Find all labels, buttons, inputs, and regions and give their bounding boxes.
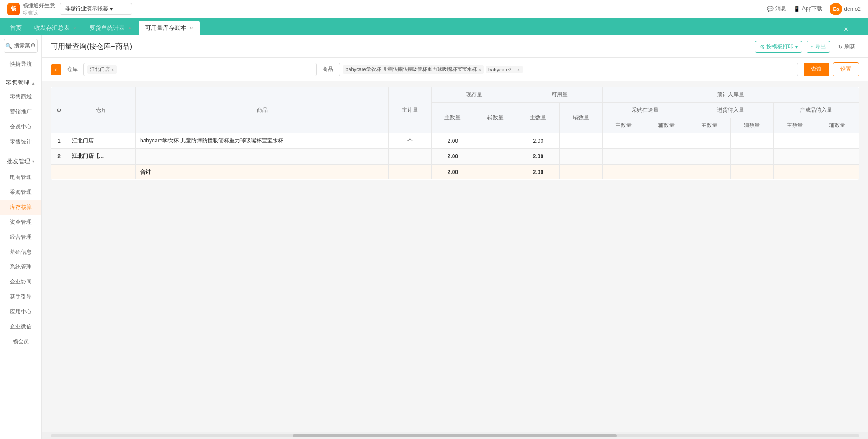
avatar-text: Ea <box>833 6 839 12</box>
tab-order-stat[interactable]: 要货单统计表 × <box>83 21 138 35</box>
close-all-tabs-button[interactable]: × <box>842 24 850 35</box>
warehouse-filter-input[interactable]: 江北门店 × ... <box>83 63 317 76</box>
tenant-selector[interactable]: 母婴行业演示账套 ▾ <box>60 3 132 15</box>
nav-tabs-right: × ⛶ <box>842 24 864 35</box>
sidebar-item-app-center[interactable]: 应用中心 <box>0 304 41 319</box>
row1-available-main: 2.00 <box>517 133 560 149</box>
footer-available-main: 2.00 <box>517 164 560 180</box>
topbar-right: 💬 消息 📱 App下载 Ea demo2 <box>767 3 861 15</box>
sidebar-item-retail-mall[interactable]: 零售商城 <box>0 90 41 104</box>
tab-home[interactable]: 首页 <box>4 21 28 35</box>
logo-icon: 畅 <box>7 3 20 15</box>
sidebar-item-members-label: 会员中心 <box>10 123 32 130</box>
th-settings[interactable]: ⚙ <box>51 87 67 133</box>
th-available-main: 主数量 <box>517 103 560 133</box>
sidebar-item-inventory[interactable]: 库存核算 <box>0 200 41 215</box>
th-procurement-in-transit: 采购在途量 <box>602 103 688 118</box>
product-tag-2-remove[interactable]: × <box>517 67 520 72</box>
search-menu-button[interactable]: 🔍 搜索菜单 <box>4 39 38 53</box>
sidebar-item-enterprise[interactable]: 企业协同 <box>0 274 41 289</box>
sidebar-item-procurement[interactable]: 采购管理 <box>0 185 41 200</box>
tab-receive-pay-close[interactable]: × <box>72 24 77 32</box>
sidebar: 🔍 搜索菜单 快捷导航 零售管理 ▲ 零售商城 营销推广 会员中心 零售统计 <box>0 35 42 439</box>
sidebar-item-newbie[interactable]: 新手引导 <box>0 289 41 304</box>
sidebar-group-retail-title[interactable]: 零售管理 ▲ <box>0 76 41 90</box>
row2-unit <box>389 149 432 165</box>
sidebar-item-enterprise-wechat[interactable]: 企业微信 <box>0 319 41 334</box>
th-unit: 主计量 <box>389 87 432 133</box>
horizontal-scrollbar[interactable] <box>42 432 868 439</box>
th-product: 商品 <box>135 87 388 133</box>
search-menu-label: 搜索菜单 <box>14 42 36 50</box>
tab-receive-pay[interactable]: 收发存汇总表 × <box>28 21 83 35</box>
footer-current-aux <box>474 164 517 180</box>
sidebar-item-retail-stats[interactable]: 零售统计 <box>0 134 41 149</box>
row1-procurement-aux <box>645 133 688 149</box>
sidebar-item-members[interactable]: 会员中心 <box>0 119 41 134</box>
th-current-main: 主数量 <box>431 103 474 133</box>
table-footer: 合计 2.00 2.00 <box>51 164 859 180</box>
user-profile[interactable]: Ea demo2 <box>830 3 861 15</box>
sidebar-item-procurement-label: 采购管理 <box>10 189 32 195</box>
page-title: 可用量查询(按仓库+商品) <box>51 42 132 52</box>
footer-settings <box>51 164 67 180</box>
sidebar-item-finance[interactable]: 资金管理 <box>0 215 41 230</box>
print-label: 按模板打印 <box>766 43 793 51</box>
tenant-dropdown-icon: ▾ <box>110 6 113 12</box>
sidebar-item-enterprise-wechat-label: 企业微信 <box>10 323 32 330</box>
settings-button-label: 设置 <box>840 66 851 72</box>
product-tag-1-remove[interactable]: × <box>478 67 481 72</box>
tab-available-inventory[interactable]: 可用量库存账本 × <box>139 21 200 35</box>
query-button[interactable]: 查询 <box>804 63 829 76</box>
sidebar-item-ecommerce-label: 电商管理 <box>10 174 32 180</box>
table-row: 2 江北门店【... 2.00 2.00 <box>51 149 859 165</box>
wholesale-label: 批发管理 <box>7 157 30 165</box>
sidebar-item-shortcut[interactable]: 快捷导航 <box>0 57 41 72</box>
tab-home-label: 首页 <box>10 24 22 32</box>
tab-available-inventory-close[interactable]: × <box>189 24 193 32</box>
search-icon: 🔍 <box>5 43 12 49</box>
export-button[interactable]: ↑ 导出 <box>807 41 830 53</box>
footer-product-main <box>773 164 816 180</box>
row1-product-aux <box>816 133 859 149</box>
app-download-button[interactable]: 📱 App下载 <box>793 5 822 13</box>
product-tag-1: babycare学饮杯 儿童防摔防撞吸管杯重力球吸嘴杯宝宝水杯 × <box>343 65 484 74</box>
row2-incoming-main <box>688 149 731 165</box>
sidebar-item-marketing[interactable]: 营销推广 <box>0 104 41 119</box>
filter-actions: 查询 设置 <box>804 62 859 76</box>
th-procurement-main: 主数量 <box>602 118 645 133</box>
warehouse-tag-remove[interactable]: × <box>111 67 114 72</box>
tab-order-stat-close[interactable]: × <box>127 24 132 32</box>
row1-procurement-main <box>602 133 645 149</box>
message-button[interactable]: 💬 消息 <box>767 5 786 13</box>
sidebar-group-wholesale: 批发管理 ▾ <box>0 151 41 170</box>
query-button-label: 查询 <box>811 66 822 72</box>
filter-expand-button[interactable]: » <box>51 64 61 75</box>
warehouse-more-btn[interactable]: ... <box>118 67 123 72</box>
settings-button[interactable]: 设置 <box>833 62 859 76</box>
th-incoming-aux: 辅数量 <box>731 118 774 133</box>
product-filter-label: 商品 <box>322 66 333 73</box>
sidebar-item-basic-info[interactable]: 基础信息 <box>0 245 41 260</box>
expand-tabs-button[interactable]: ⛶ <box>854 24 864 35</box>
refresh-button[interactable]: ↻ 刷新 <box>835 41 859 52</box>
product-more-btn[interactable]: ... <box>524 67 528 72</box>
sidebar-item-operations[interactable]: 经营管理 <box>0 230 41 245</box>
product-filter-input[interactable]: babycare学饮杯 儿童防摔防撞吸管杯重力球吸嘴杯宝宝水杯 × babyca… <box>339 63 798 76</box>
th-available-aux: 辅数量 <box>560 103 603 133</box>
scrollbar-thumb[interactable] <box>293 434 616 437</box>
print-button[interactable]: 🖨 按模板打印 ▾ <box>755 41 802 53</box>
topbar-left: 畅 畅捷通好生意 标准版 母婴行业演示账套 ▾ <box>7 2 132 16</box>
row2-incoming-aux <box>731 149 774 165</box>
table-row: 1 江北门店 babycare学饮杯 儿童防摔防撞吸管杯重力球吸嘴杯宝宝水杯 个… <box>51 133 859 149</box>
product-tag-2-value: babycare?... <box>488 67 516 72</box>
sidebar-group-wholesale-title[interactable]: 批发管理 ▾ <box>0 155 41 168</box>
th-available-group: 可用量 <box>517 87 602 103</box>
sidebar-item-vip[interactable]: 畅会员 <box>0 334 41 349</box>
sidebar-item-ecommerce[interactable]: 电商管理 <box>0 170 41 185</box>
main-layout: 🔍 搜索菜单 快捷导航 零售管理 ▲ 零售商城 营销推广 会员中心 零售统计 <box>0 35 868 439</box>
sidebar-item-system[interactable]: 系统管理 <box>0 260 41 274</box>
row2-product-aux <box>816 149 859 165</box>
footer-available-aux <box>560 164 603 180</box>
sidebar-item-newbie-label: 新手引导 <box>10 293 32 300</box>
